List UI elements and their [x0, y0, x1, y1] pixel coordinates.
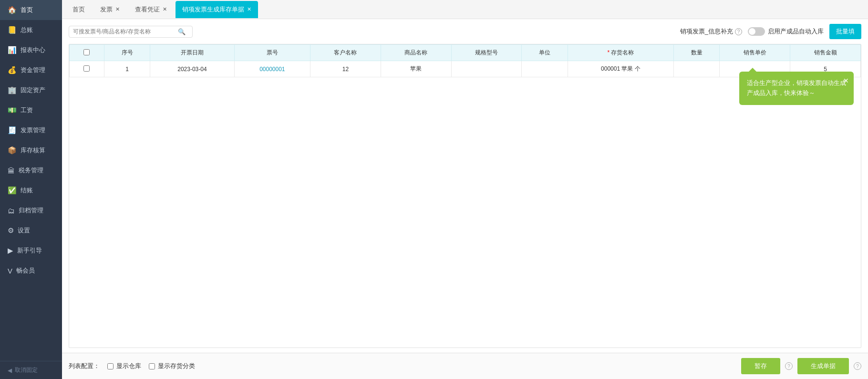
- tab-bar: 首页 发票 ✕ 查看凭证 ✕ 销项发票生成库存单据 ✕: [62, 0, 868, 19]
- row-spec: [451, 61, 522, 77]
- tab-invoice-close[interactable]: ✕: [115, 6, 120, 12]
- header-ticket-no: 票号: [234, 45, 310, 61]
- tab-generate-stock-close[interactable]: ✕: [247, 6, 251, 12]
- show-warehouse-checkbox[interactable]: [107, 363, 114, 369]
- tab-voucher[interactable]: 查看凭证 ✕: [128, 1, 174, 18]
- row-unit: [522, 61, 568, 77]
- row-ticket-no[interactable]: 00000001: [234, 61, 310, 77]
- show-warehouse-label[interactable]: 显示仓库: [107, 362, 141, 370]
- sidebar-item-member[interactable]: V 畅会员: [0, 261, 62, 281]
- home-icon: 🏠: [8, 6, 17, 14]
- generate-help-icon[interactable]: ?: [854, 362, 861, 370]
- main-area: 首页 发票 ✕ 查看凭证 ✕ 销项发票生成库存单据 ✕ 🔍 销项发票_信息补充: [62, 0, 868, 379]
- header-amount: 销售金额: [790, 45, 861, 61]
- header-customer: 客户名称: [310, 45, 381, 61]
- header-spec: 规格型号: [451, 45, 522, 61]
- cancel-fixed-btn[interactable]: ◀ 取消固定: [0, 361, 62, 379]
- row-checkbox-cell[interactable]: [70, 61, 104, 77]
- row-date: 2023-03-04: [150, 61, 234, 77]
- header-inventory: * 存货名称: [568, 45, 673, 61]
- sidebar-item-ledger[interactable]: 📒 总账: [0, 20, 62, 40]
- sidebar-item-tax[interactable]: 🏛 税务管理: [0, 160, 62, 180]
- footer: 列表配置： 显示仓库 显示存货分类 暂存 ? 生成单据 ?: [62, 353, 868, 379]
- sidebar-item-archive[interactable]: 🗂 归档管理: [0, 200, 62, 221]
- salary-icon: 💵: [8, 106, 17, 115]
- content-area: 🔍 销项发票_信息补充 ? 启用产成品自动入库 批量填: [62, 19, 868, 353]
- sidebar-item-guide[interactable]: ▶ 新手引导: [0, 241, 62, 261]
- select-all-checkbox[interactable]: [83, 49, 90, 55]
- ledger-icon: 📒: [8, 26, 17, 34]
- row-qty: [673, 61, 719, 77]
- inventory-icon: 📦: [8, 146, 17, 155]
- funds-icon: 💰: [8, 66, 17, 74]
- ticket-link[interactable]: 00000001: [259, 66, 285, 73]
- settings-icon: ⚙: [8, 226, 14, 235]
- save-btn[interactable]: 暂存: [741, 358, 780, 374]
- save-help-icon[interactable]: ?: [785, 362, 793, 370]
- header-qty: 数量: [673, 45, 719, 61]
- sidebar: 🏠 首页 📒 总账 📊 报表中心 💰 资金管理 🏢 固定资产 💵 工资 🧾 发票…: [0, 0, 62, 379]
- batch-fill-button[interactable]: 批量填: [829, 24, 861, 39]
- sidebar-item-invoice[interactable]: 🧾 发票管理: [0, 120, 62, 140]
- table-header-row: 序号 开票日期 票号 客户名称 商品名称 规格型号 单位 * 存货名称 数量 销…: [70, 45, 861, 61]
- member-icon: V: [8, 267, 12, 275]
- search-input[interactable]: [73, 28, 178, 35]
- auto-warehouse-toggle[interactable]: [748, 27, 765, 36]
- row-seq: 1: [104, 61, 150, 77]
- header-unit-price: 销售单价: [720, 45, 790, 61]
- row-product: 苹果: [381, 61, 451, 77]
- guide-icon: ▶: [8, 246, 13, 255]
- header-seq: 序号: [104, 45, 150, 61]
- tax-icon: 🏛: [8, 167, 15, 175]
- show-category-label[interactable]: 显示存货分类: [149, 362, 195, 370]
- reports-icon: 📊: [8, 46, 17, 54]
- sidebar-item-assets[interactable]: 🏢 固定资产: [0, 80, 62, 100]
- header-unit: 单位: [522, 45, 568, 61]
- assets-icon: 🏢: [8, 86, 17, 95]
- pin-icon: ◀: [8, 367, 12, 374]
- footer-buttons: 暂存 ? 生成单据 ?: [741, 358, 861, 374]
- search-icon: 🔍: [178, 28, 186, 35]
- sidebar-item-inventory[interactable]: 📦 库存核算: [0, 140, 62, 160]
- row-checkbox[interactable]: [83, 65, 90, 72]
- toolbar: 🔍 销项发票_信息补充 ? 启用产成品自动入库 批量填: [69, 24, 861, 39]
- sidebar-item-funds[interactable]: 💰 资金管理: [0, 60, 62, 80]
- header-product: 商品名称: [381, 45, 451, 61]
- show-category-checkbox[interactable]: [149, 363, 155, 369]
- close-account-icon: ✅: [8, 186, 17, 195]
- header-date: 开票日期: [150, 45, 234, 61]
- toggle-group: 启用产成品自动入库: [748, 27, 824, 36]
- sidebar-item-reports[interactable]: 📊 报表中心: [0, 40, 62, 60]
- generate-btn[interactable]: 生成单据: [797, 358, 849, 374]
- toolbar-right: 销项发票_信息补充 ? 启用产成品自动入库 批量填: [680, 24, 861, 39]
- tab-invoice[interactable]: 发票 ✕: [93, 1, 126, 18]
- tab-generate-stock[interactable]: 销项发票生成库存单据 ✕: [176, 1, 258, 18]
- info-help-icon[interactable]: ?: [735, 28, 742, 35]
- sidebar-item-salary[interactable]: 💵 工资: [0, 100, 62, 120]
- row-inventory[interactable]: 000001 苹果 个: [568, 61, 673, 77]
- sidebar-item-settings[interactable]: ⚙ 设置: [0, 221, 62, 241]
- search-box[interactable]: 🔍: [69, 26, 193, 38]
- tooltip-close-btn[interactable]: ✕: [843, 75, 849, 86]
- row-customer: 12: [310, 61, 381, 77]
- sidebar-item-close[interactable]: ✅ 结账: [0, 180, 62, 200]
- header-checkbox[interactable]: [70, 45, 104, 61]
- info-label: 销项发票_信息补充 ?: [680, 27, 742, 36]
- sidebar-item-home[interactable]: 🏠 首页: [0, 0, 62, 20]
- tab-home[interactable]: 首页: [66, 1, 92, 18]
- config-label: 列表配置：: [69, 362, 100, 370]
- tab-voucher-close[interactable]: ✕: [163, 6, 167, 12]
- feature-tooltip: ✕ 适合生产型企业，销项发票自动生成产成品入库，快来体验～: [739, 72, 854, 105]
- archive-icon: 🗂: [8, 207, 15, 215]
- invoice-icon: 🧾: [8, 126, 17, 135]
